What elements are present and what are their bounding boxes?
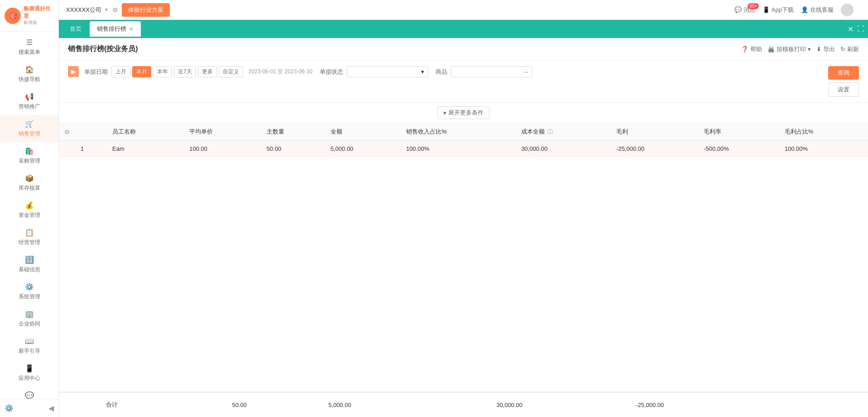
export-label: 导出 — [823, 45, 835, 53]
sidebar-label-enterprise: 企业协同 — [19, 320, 40, 328]
collapse-sidebar-icon[interactable]: ◀ — [48, 404, 54, 412]
filter-main-row: ▶ 单据日期 上月 本月 本年 近7天 更多 自定义 2023-06 — [68, 66, 859, 97]
trial-button[interactable]: 体验行业方案 — [122, 3, 170, 17]
company-settings-icon[interactable]: ⚙ — [112, 6, 118, 14]
goods-label: 商品 — [436, 68, 447, 76]
marketing-icon: 📢 — [25, 92, 34, 101]
total-sales-ratio — [450, 397, 491, 412]
tab-close-icon[interactable]: ✕ — [129, 26, 134, 32]
status-select[interactable]: ▾ — [347, 66, 428, 77]
date-btn-more[interactable]: 更多 — [198, 66, 217, 77]
logo-text-block: 畅康通好生意 标准版 — [24, 5, 54, 26]
sidebar-logo: 🎯 畅康通好生意 标准版 — [0, 0, 58, 32]
col-cost: 成本全额 ⓘ — [516, 123, 611, 141]
online-service-btn[interactable]: 👤 在线客服 — [801, 6, 834, 14]
date-btns: 上月 本月 本年 近7天 更多 自定义 — [111, 66, 243, 77]
sidebar-item-search[interactable]: ☰ 搜索菜单 — [0, 34, 58, 61]
logo-icon: 🎯 — [5, 8, 21, 24]
app-download-btn[interactable]: 📱 App下载 — [762, 6, 794, 14]
mobile-icon: 📱 — [762, 6, 770, 13]
page-header: 销售排行榜(按业务员) ❓ 帮助 🖨️ 按模板打印 ▾ ⬇ 导出 ↻ 刷新 — [59, 38, 868, 61]
tab-sales-rank[interactable]: 销售排行榜 ✕ — [90, 21, 141, 37]
col-sales-ratio: 销售收入占比% — [401, 123, 516, 141]
total-profit-rate — [777, 397, 818, 412]
sidebar-item-operation[interactable]: 📋 经营管理 — [0, 224, 58, 251]
date-range-display: 2023-06-01 至 2023-06-30 — [249, 68, 312, 76]
search-menu-icon: ☰ — [26, 38, 33, 47]
template-print-btn[interactable]: 🖨️ 按模板打印 ▾ — [767, 45, 811, 53]
col-profit-ratio: 毛利占比% — [779, 123, 868, 141]
goods-filter: 商品 ··· — [436, 66, 532, 77]
cell-settings — [59, 141, 75, 157]
refresh-label: 刷新 — [847, 45, 859, 53]
purchase-icon: 🛍️ — [25, 147, 34, 155]
sidebar-item-marketing[interactable]: 📢 营销推广 — [0, 88, 58, 115]
topbar-left: XXXXXX公司 ▼ ⚙ 体验行业方案 — [66, 3, 170, 17]
filter-area: ▶ 单据日期 上月 本月 本年 近7天 更多 自定义 2023-06 — [59, 61, 868, 103]
sidebar-label-system: 系统管理 — [19, 293, 40, 301]
col-profit-rate: 毛利率 — [698, 123, 779, 141]
sidebar-item-enterprise[interactable]: 🏢 企业协同 — [0, 305, 58, 332]
total-empty-settings — [68, 397, 82, 412]
total-amount: 5,000.00 — [323, 397, 450, 412]
sidebar-item-basic[interactable]: 🔢 基础信息 — [0, 251, 58, 278]
main-area: XXXXXX公司 ▼ ⚙ 体验行业方案 💬 消息 99+ 📱 App下载 👤 在… — [59, 0, 868, 417]
column-settings-icon[interactable]: ⚙ — [64, 129, 70, 135]
message-icon: 💬 — [734, 6, 742, 13]
sidebar-item-finance[interactable]: 💰 资金管理 — [0, 197, 58, 224]
date-btn-current-year[interactable]: 本年 — [153, 66, 172, 77]
date-btn-current-month[interactable]: 本月 — [132, 66, 151, 77]
help-icon: ❓ — [741, 46, 748, 53]
company-select[interactable]: XXXXXX公司 ▼ — [66, 6, 109, 14]
date-filter: 单据日期 上月 本月 本年 近7天 更多 自定义 2023-06-01 至 20… — [84, 66, 312, 77]
col-name: 员工名称 — [107, 123, 184, 141]
tab-maximize-icon[interactable]: ⛶ — [857, 25, 864, 33]
sidebar-item-apps[interactable]: 📱 应用中心 — [0, 359, 58, 387]
print-chevron-icon: ▾ — [808, 46, 811, 53]
date-btn-prev-month[interactable]: 上月 — [111, 66, 130, 77]
goods-select[interactable]: ··· — [451, 66, 532, 77]
export-btn[interactable]: ⬇ 导出 — [816, 45, 835, 53]
cell-cost: 30,000.00 — [516, 141, 611, 157]
help-btn[interactable]: ❓ 帮助 — [741, 45, 762, 53]
table-body: 1 Eam 100.00 50.00 5,000.00 100.00% 30,0… — [59, 141, 868, 157]
operation-icon: 📋 — [25, 228, 34, 237]
sidebar-item-purchase[interactable]: 🛍️ 采购管理 — [0, 142, 58, 169]
sidebar-item-sales[interactable]: 🛒 销售管理 — [0, 115, 58, 142]
expand-label: 展开更多条件 — [448, 109, 484, 117]
cost-help-icon[interactable]: ⓘ — [547, 129, 553, 135]
topbar: XXXXXX公司 ▼ ⚙ 体验行业方案 💬 消息 99+ 📱 App下载 👤 在… — [59, 0, 868, 20]
export-icon: ⬇ — [816, 46, 821, 53]
apps-icon: 📱 — [25, 364, 34, 373]
sidebar-item-system[interactable]: ⚙️ 系统管理 — [0, 278, 58, 305]
sidebar-item-wechat[interactable]: 💬 企业微信 — [0, 387, 58, 399]
status-chevron-icon: ▾ — [421, 68, 424, 75]
settings-button[interactable]: 设置 — [828, 82, 859, 97]
total-label: 合计 — [101, 397, 186, 412]
tab-home[interactable]: 首页 — [62, 21, 89, 37]
settings-footer-icon[interactable]: ⚙️ — [5, 404, 14, 412]
refresh-btn[interactable]: ↻ 刷新 — [840, 45, 859, 53]
expand-conditions-btn[interactable]: ▾ 展开更多条件 — [437, 106, 489, 119]
user-avatar[interactable] — [841, 4, 854, 16]
goods-more-icon: ··· — [523, 68, 528, 75]
tab-close-window-icon[interactable]: ✕ — [848, 25, 854, 34]
sidebar: 🎯 畅康通好生意 标准版 ☰ 搜索菜单 🏠 快捷导航 📢 营销推广 🛒 销售管理… — [0, 0, 59, 417]
tabbar: 首页 销售排行榜 ✕ ✕ ⛶ — [59, 20, 868, 38]
date-btn-custom[interactable]: 自定义 — [219, 66, 243, 77]
filter-toggle-btn[interactable]: ▶ — [68, 66, 79, 77]
wechat-icon: 💬 — [25, 391, 34, 399]
cell-profit: -25,000.00 — [611, 141, 698, 157]
sidebar-label-search: 搜索菜单 — [19, 48, 40, 56]
page-actions: ❓ 帮助 🖨️ 按模板打印 ▾ ⬇ 导出 ↻ 刷新 — [741, 45, 859, 53]
sidebar-item-quick-nav[interactable]: 🏠 快捷导航 — [0, 61, 58, 88]
message-btn[interactable]: 💬 消息 99+ — [734, 6, 755, 14]
company-name: XXXXXX公司 — [66, 6, 101, 14]
sidebar-item-inventory[interactable]: 📦 库存核算 — [0, 169, 58, 197]
data-table: ⚙ 员工名称 平均单价 主数量 全额 销售收入占比% 成本全额 ⓘ 毛利 — [59, 123, 868, 157]
date-btn-last-7days[interactable]: 近7天 — [174, 66, 196, 77]
query-button[interactable]: 查询 — [828, 66, 859, 80]
total-empty-rank — [82, 397, 101, 412]
sidebar-item-guide[interactable]: 📖 新手引导 — [0, 332, 58, 359]
sidebar-label-guide: 新手引导 — [19, 347, 40, 355]
